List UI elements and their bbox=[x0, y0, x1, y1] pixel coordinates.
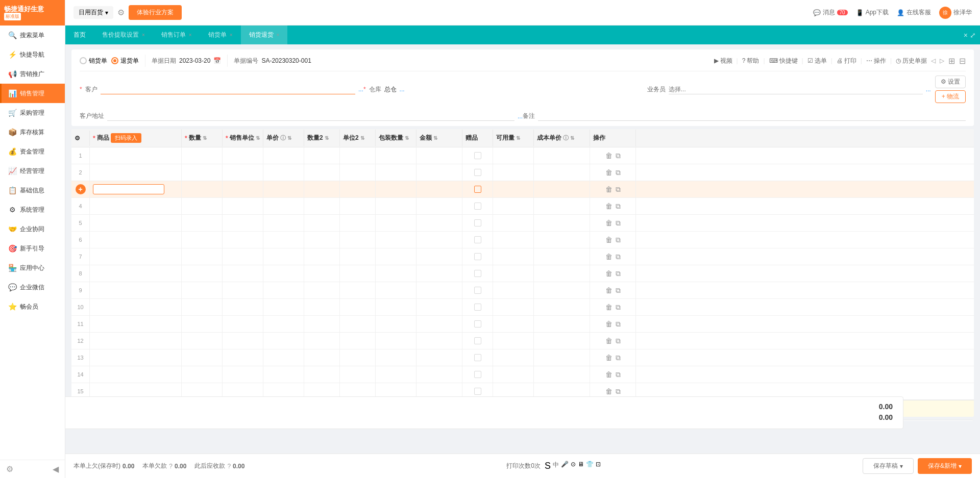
td-avail-8[interactable] bbox=[493, 265, 534, 282]
td-qty2-1[interactable] bbox=[304, 147, 340, 164]
td-amount-6[interactable] bbox=[416, 232, 462, 248]
td-amount-14[interactable] bbox=[416, 366, 462, 383]
td-unit2-1[interactable] bbox=[340, 147, 376, 164]
td-cost-4[interactable] bbox=[534, 198, 590, 214]
copy-row-12-btn[interactable]: ⧉ bbox=[616, 337, 621, 345]
tab-close-sales-order[interactable]: × bbox=[189, 32, 192, 38]
copy-row-15-btn[interactable]: ⧉ bbox=[616, 387, 621, 396]
td-avail-5[interactable] bbox=[493, 215, 534, 231]
td-unit2-9[interactable] bbox=[340, 282, 376, 298]
td-qty-6[interactable] bbox=[182, 232, 223, 248]
nav-right-btn[interactable]: ▷ bbox=[940, 57, 944, 64]
td-product-14[interactable] bbox=[90, 366, 182, 383]
delete-row-1-btn[interactable]: 🗑 bbox=[605, 152, 612, 160]
select-btn[interactable]: ☑ 选单 bbox=[807, 57, 827, 65]
td-pkg-2[interactable] bbox=[376, 164, 416, 181]
td-product-13[interactable] bbox=[90, 349, 182, 366]
td-gift-7[interactable] bbox=[462, 248, 493, 265]
history-btn[interactable]: ◷ 历史单据 bbox=[896, 57, 927, 65]
td-product-11[interactable] bbox=[90, 316, 182, 332]
td-unit-2[interactable] bbox=[223, 164, 263, 181]
td-cost-3[interactable] bbox=[534, 181, 590, 197]
td-unit-8[interactable] bbox=[223, 265, 263, 282]
td-price-8[interactable] bbox=[263, 265, 304, 282]
td-price-14[interactable] bbox=[263, 366, 304, 383]
sidebar-item-guide[interactable]: 🎯 新手引导 bbox=[0, 239, 65, 258]
td-gift-12[interactable] bbox=[462, 333, 493, 349]
td-qty-8[interactable] bbox=[182, 265, 223, 282]
td-gift-9[interactable] bbox=[462, 282, 493, 298]
td-product-5[interactable] bbox=[90, 215, 182, 231]
td-pkg-5[interactable] bbox=[376, 215, 416, 231]
td-amount-3[interactable] bbox=[416, 181, 462, 197]
td-qty-7[interactable] bbox=[182, 248, 223, 265]
tab-price-setting[interactable]: 售价提取设置 × bbox=[94, 26, 153, 44]
td-gift-14[interactable] bbox=[462, 366, 493, 383]
td-qty2-5[interactable] bbox=[304, 215, 340, 231]
gift-checkbox-3[interactable] bbox=[474, 186, 481, 193]
td-amount-10[interactable] bbox=[416, 299, 462, 315]
td-qty2-10[interactable] bbox=[304, 299, 340, 315]
shortcut-btn[interactable]: ⌨ 快捷键 bbox=[769, 57, 798, 65]
close-tab-btn[interactable]: × bbox=[964, 31, 968, 39]
delete-row-14-btn[interactable]: 🗑 bbox=[605, 370, 612, 379]
grid-view-btn[interactable]: ⊞ bbox=[948, 56, 955, 66]
copy-row-6-btn[interactable]: ⧉ bbox=[616, 236, 621, 244]
sidebar-item-shortcuts[interactable]: ⚡ 快捷导航 bbox=[0, 45, 65, 64]
td-unit-12[interactable] bbox=[223, 333, 263, 349]
sidebar-item-member[interactable]: ⭐ 畅会员 bbox=[0, 297, 65, 316]
address-dots-btn[interactable]: ... bbox=[518, 113, 523, 120]
td-qty-9[interactable] bbox=[182, 282, 223, 298]
copy-row-1-btn[interactable]: ⧉ bbox=[616, 152, 621, 160]
gift-checkbox-1[interactable] bbox=[474, 152, 481, 159]
tab-sales-delivery[interactable]: 销货单 × bbox=[200, 26, 241, 44]
td-unit-9[interactable] bbox=[223, 282, 263, 298]
td-qty-11[interactable] bbox=[182, 316, 223, 332]
address-input[interactable] bbox=[107, 111, 514, 121]
delete-row-13-btn[interactable]: 🗑 bbox=[605, 354, 612, 362]
td-unit2-6[interactable] bbox=[340, 232, 376, 248]
td-unit-14[interactable] bbox=[223, 366, 263, 383]
td-qty-4[interactable] bbox=[182, 198, 223, 214]
td-pkg-13[interactable] bbox=[376, 349, 416, 366]
td-pkg-12[interactable] bbox=[376, 333, 416, 349]
td-amount-13[interactable] bbox=[416, 349, 462, 366]
td-qty-1[interactable] bbox=[182, 147, 223, 164]
td-gift-8[interactable] bbox=[462, 265, 493, 282]
td-avail-4[interactable] bbox=[493, 198, 534, 214]
sidebar-item-search[interactable]: 🔍 搜索菜单 bbox=[0, 26, 65, 45]
delete-row-11-btn[interactable]: 🗑 bbox=[605, 320, 612, 329]
td-qty2-14[interactable] bbox=[304, 366, 340, 383]
td-unit2-14[interactable] bbox=[340, 366, 376, 383]
td-unit-5[interactable] bbox=[223, 215, 263, 231]
delete-row-4-btn[interactable]: 🗑 bbox=[605, 202, 612, 211]
td-cost-10[interactable] bbox=[534, 299, 590, 315]
gift-checkbox-14[interactable] bbox=[474, 371, 481, 378]
td-price-12[interactable] bbox=[263, 333, 304, 349]
copy-row-9-btn[interactable]: ⧉ bbox=[616, 286, 621, 295]
td-pkg-1[interactable] bbox=[376, 147, 416, 164]
td-avail-12[interactable] bbox=[493, 333, 534, 349]
td-qty-12[interactable] bbox=[182, 333, 223, 349]
ops-btn[interactable]: ⋯ 操作 bbox=[866, 57, 886, 65]
td-qty-2[interactable] bbox=[182, 164, 223, 181]
td-gift-2[interactable] bbox=[462, 164, 493, 181]
add-row-btn[interactable]: + bbox=[76, 184, 86, 194]
delete-row-12-btn[interactable]: 🗑 bbox=[605, 337, 612, 345]
td-amount-5[interactable] bbox=[416, 215, 462, 231]
td-qty2-8[interactable] bbox=[304, 265, 340, 282]
copy-row-11-btn[interactable]: ⧉ bbox=[616, 320, 621, 329]
delete-row-9-btn[interactable]: 🗑 bbox=[605, 286, 612, 295]
tab-close-sales-return[interactable]: × bbox=[277, 32, 280, 38]
collapse-icon[interactable]: ◀ bbox=[53, 464, 59, 474]
td-pkg-14[interactable] bbox=[376, 366, 416, 383]
td-qty-3[interactable] bbox=[182, 181, 223, 197]
remark-input[interactable] bbox=[538, 111, 966, 121]
td-qty2-7[interactable] bbox=[304, 248, 340, 265]
td-amount-2[interactable] bbox=[416, 164, 462, 181]
td-avail-13[interactable] bbox=[493, 349, 534, 366]
video-btn[interactable]: ▶ 视频 bbox=[714, 57, 732, 65]
sidebar-item-appstore[interactable]: 🏪 应用中心 bbox=[0, 258, 65, 278]
td-cost-7[interactable] bbox=[534, 248, 590, 265]
app-download-btn[interactable]: 📱 App下载 bbox=[856, 8, 889, 17]
